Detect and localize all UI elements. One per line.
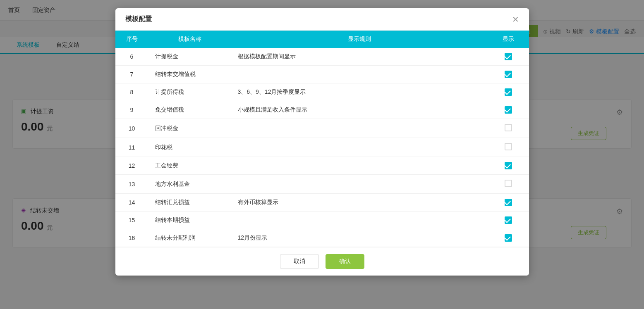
cell-display[interactable] [488,101,529,119]
cell-name: 计提所得税 [148,83,231,101]
table-row: 8计提所得税3、6、9、12月按季度显示 [115,83,529,101]
cell-name: 回冲税金 [148,119,231,138]
table-row: 12工会经费 [115,157,529,175]
cell-no: 15 [115,212,148,229]
cell-no: 11 [115,138,148,157]
cell-rule: 12月份显示 [231,229,488,247]
cell-display[interactable] [488,157,529,175]
modal-footer: 取消 确认 [115,247,529,276]
cell-name: 结转未分配利润 [148,229,231,247]
cell-display[interactable] [488,119,529,138]
table-row: 6计提税金根据模板配置期间显示 [115,48,529,66]
checkbox-7[interactable] [505,71,512,78]
cell-name: 结转汇兑损益 [148,194,231,212]
cell-no: 12 [115,157,148,175]
table-row: 13地方水利基金 [115,175,529,194]
col-header-no: 序号 [115,31,148,48]
cell-rule: 小规模且满足收入条件显示 [231,101,488,119]
cell-no: 14 [115,194,148,212]
cell-name: 地方水利基金 [148,175,231,194]
cell-display[interactable] [488,194,529,212]
modal-header: 模板配置 ✕ [115,8,529,31]
modal-close-button[interactable]: ✕ [512,15,519,24]
config-table: 序号 模板名称 显示规则 显示 6计提税金根据模板配置期间显示7结转未交增值税8… [115,31,529,247]
cell-display[interactable] [488,138,529,157]
cell-rule: 3、6、9、12月按季度显示 [231,83,488,101]
modal-template-config: 模板配置 ✕ 序号 模板名称 显示规则 显示 6计提税金根据模板配置期间显示7结… [115,8,529,276]
cell-no: 13 [115,175,148,194]
table-header-row: 序号 模板名称 显示规则 显示 [115,31,529,48]
cancel-button[interactable]: 取消 [280,254,319,269]
table-row: 11印花税 [115,138,529,157]
cell-display[interactable] [488,175,529,194]
modal-title: 模板配置 [125,15,152,24]
cell-rule [231,66,488,83]
table-row: 15结转本期损益 [115,212,529,229]
col-header-rule: 显示规则 [231,31,488,48]
checkbox-16[interactable] [505,234,512,242]
cell-name: 免交增值税 [148,101,231,119]
cell-rule [231,212,488,229]
cell-no: 9 [115,101,148,119]
table-row: 9免交增值税小规模且满足收入条件显示 [115,101,529,119]
cell-no: 10 [115,119,148,138]
cell-rule: 根据模板配置期间显示 [231,48,488,66]
modal-overlay: 模板配置 ✕ 序号 模板名称 显示规则 显示 6计提税金根据模板配置期间显示7结… [0,0,644,309]
cell-rule [231,138,488,157]
table-row: 16结转未分配利润12月份显示 [115,229,529,247]
cell-name: 结转未交增值税 [148,66,231,83]
cell-no: 16 [115,229,148,247]
cell-display[interactable] [488,83,529,101]
checkbox-6[interactable] [505,53,512,60]
cell-no: 6 [115,48,148,66]
cell-rule [231,157,488,175]
cell-rule: 有外币核算显示 [231,194,488,212]
cell-name: 印花税 [148,138,231,157]
checkbox-10[interactable] [505,124,512,131]
cell-display[interactable] [488,48,529,66]
cell-name: 工会经费 [148,157,231,175]
cell-rule [231,175,488,194]
checkbox-11[interactable] [505,143,512,150]
checkbox-12[interactable] [505,162,512,169]
table-row: 7结转未交增值税 [115,66,529,83]
modal-table-container: 序号 模板名称 显示规则 显示 6计提税金根据模板配置期间显示7结转未交增值税8… [115,31,529,247]
cell-name: 计提税金 [148,48,231,66]
confirm-button[interactable]: 确认 [326,254,364,269]
checkbox-8[interactable] [505,88,512,96]
cell-display[interactable] [488,66,529,83]
cell-display[interactable] [488,229,529,247]
checkbox-9[interactable] [505,106,512,114]
table-row: 10回冲税金 [115,119,529,138]
checkbox-15[interactable] [505,216,512,224]
checkbox-13[interactable] [505,180,512,187]
checkbox-14[interactable] [505,199,512,206]
cell-no: 8 [115,83,148,101]
cell-name: 结转本期损益 [148,212,231,229]
cell-rule [231,119,488,138]
col-header-display: 显示 [488,31,529,48]
table-row: 14结转汇兑损益有外币核算显示 [115,194,529,212]
cell-no: 7 [115,66,148,83]
cell-display[interactable] [488,212,529,229]
col-header-name: 模板名称 [148,31,231,48]
